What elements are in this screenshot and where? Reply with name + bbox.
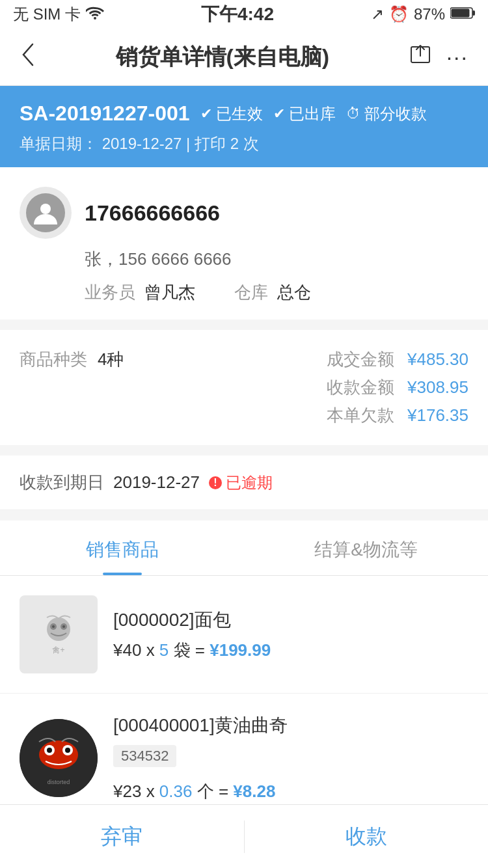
product-name-2: [000400001]黄油曲奇 <box>113 713 468 738</box>
warehouse-label: 仓库 <box>234 281 268 304</box>
product-types-label: 商品种类 <box>20 348 87 371</box>
financial-stats: 成交金额 ¥485.30 收款金额 ¥308.95 本单欠款 ¥176.35 <box>327 348 468 427</box>
cancel-review-button[interactable]: 弃审 <box>0 805 244 868</box>
overdue-icon: ! <box>209 476 222 489</box>
product-name-1: [0000002]面包 <box>113 608 468 632</box>
product-thumb-1: 禽+ <box>20 595 98 673</box>
owed-row: 本单欠款 ¥176.35 <box>327 404 468 427</box>
customer-section: 17666666666 张，156 6666 6666 业务员 曾凡杰 仓库 总… <box>0 167 488 319</box>
product-info-1: [0000002]面包 ¥40 x 5 袋 = ¥199.99 <box>113 608 468 662</box>
status-right: ↗ ⏰ 87% <box>371 5 475 23</box>
alarm-icon: ⏰ <box>389 5 409 23</box>
due-date-value: 2019-12-27 <box>113 472 200 493</box>
check-icon-2: ✔ <box>273 105 285 122</box>
customer-meta: 业务员 曾凡杰 仓库 总仓 <box>85 281 468 304</box>
amount-label: 成交金额 <box>327 348 394 371</box>
svg-point-4 <box>40 204 51 214</box>
badge-effective: ✔ 已生效 <box>200 103 263 124</box>
order-banner: SA-20191227-001 ✔ 已生效 ✔ 已出库 ⏱ 部分收款 单据日期：… <box>0 86 488 167</box>
status-bar: 无 SIM 卡 下午4:42 ↗ ⏰ 87% <box>0 0 488 29</box>
customer-id-row: 17666666666 <box>20 187 468 239</box>
product-list: 禽+ [0000002]面包 ¥40 x 5 袋 = ¥199.99 <box>0 576 488 823</box>
wifi-icon <box>86 5 104 23</box>
badge-shipped: ✔ 已出库 <box>273 103 336 124</box>
salesperson-item: 业务员 曾凡杰 <box>85 281 195 304</box>
warehouse-value: 总仓 <box>277 281 311 304</box>
amount-row: 成交金额 ¥485.30 <box>327 348 468 371</box>
battery-level: 87% <box>414 5 445 23</box>
order-id: SA-20191227-001 <box>20 102 190 126</box>
customer-name: 张，156 6666 6666 <box>85 248 468 271</box>
svg-point-5 <box>47 617 70 641</box>
product-image-placeholder-1: 禽+ <box>20 595 98 673</box>
back-button[interactable] <box>20 42 35 73</box>
battery-icon <box>450 5 475 23</box>
status-left: 无 SIM 卡 <box>13 4 104 25</box>
tab-products[interactable]: 销售商品 <box>0 521 244 575</box>
svg-point-8 <box>52 625 55 628</box>
owed-value: ¥176.35 <box>407 405 468 426</box>
product-sku-2: 534532 <box>113 745 176 767</box>
warehouse-item: 仓库 总仓 <box>234 281 311 304</box>
user-icon <box>26 193 65 232</box>
status-time: 下午4:42 <box>201 2 274 27</box>
collect-payment-button[interactable]: 收款 <box>245 805 489 868</box>
avatar <box>20 187 72 239</box>
received-value: ¥308.95 <box>407 377 468 398</box>
badge-partial-payment: ⏱ 部分收款 <box>346 103 427 124</box>
product-types: 商品种类 4种 <box>20 348 124 371</box>
location-icon: ↗ <box>371 5 384 23</box>
owed-label: 本单欠款 <box>327 404 394 427</box>
nav-actions: ··· <box>410 44 468 70</box>
due-date-section: 收款到期日 2019-12-27 ! 已逾期 <box>0 455 488 510</box>
svg-point-9 <box>62 625 65 628</box>
salesperson-value: 曾凡杰 <box>144 281 195 304</box>
svg-text:禽+: 禽+ <box>52 645 64 655</box>
product-price-2: ¥23 x 0.36 个 = ¥8.28 <box>113 780 468 803</box>
svg-point-15 <box>47 748 52 753</box>
check-icon: ✔ <box>200 105 212 122</box>
product-info-2: [000400001]黄油曲奇 534532 ¥23 x 0.36 个 = ¥8… <box>113 713 468 803</box>
svg-point-16 <box>65 748 70 753</box>
clock-icon: ⏱ <box>346 105 360 122</box>
product-item-1[interactable]: 禽+ [0000002]面包 ¥40 x 5 袋 = ¥199.99 <box>0 576 488 694</box>
due-label: 收款到期日 <box>20 471 104 494</box>
product-price-1: ¥40 x 5 袋 = ¥199.99 <box>113 639 468 662</box>
share-icon[interactable] <box>410 44 431 70</box>
stats-section: 商品种类 4种 成交金额 ¥485.30 收款金额 ¥308.95 本单欠款 ¥… <box>0 330 488 445</box>
received-label: 收款金额 <box>327 376 394 399</box>
salesperson-label: 业务员 <box>85 281 135 304</box>
svg-rect-1 <box>472 10 475 16</box>
customer-account-id: 17666666666 <box>85 200 220 226</box>
amount-value: ¥485.30 <box>407 349 468 370</box>
tab-bar: 销售商品 结算&物流等 <box>0 521 488 576</box>
overdue-text: 已逾期 <box>226 472 273 493</box>
nav-bar: 销货单详情(来自电脑) ··· <box>0 29 488 86</box>
product-thumb-2: distorted <box>20 719 98 797</box>
page-title: 销货单详情(来自电脑) <box>116 42 330 72</box>
more-icon[interactable]: ··· <box>446 44 468 70</box>
tab-settlement[interactable]: 结算&物流等 <box>244 521 488 575</box>
bottom-bar: 弃审 收款 <box>0 804 488 868</box>
svg-text:distorted: distorted <box>47 779 70 785</box>
received-row: 收款金额 ¥308.95 <box>327 376 468 399</box>
sim-status: 无 SIM 卡 <box>13 4 81 25</box>
product-types-value: 4种 <box>98 348 124 371</box>
overdue-badge: ! 已逾期 <box>209 472 273 493</box>
order-badges: ✔ 已生效 ✔ 已出库 ⏱ 部分收款 <box>200 103 427 124</box>
order-date-row: 单据日期： 2019-12-27 | 打印 2 次 <box>20 133 468 154</box>
svg-rect-2 <box>451 9 469 18</box>
